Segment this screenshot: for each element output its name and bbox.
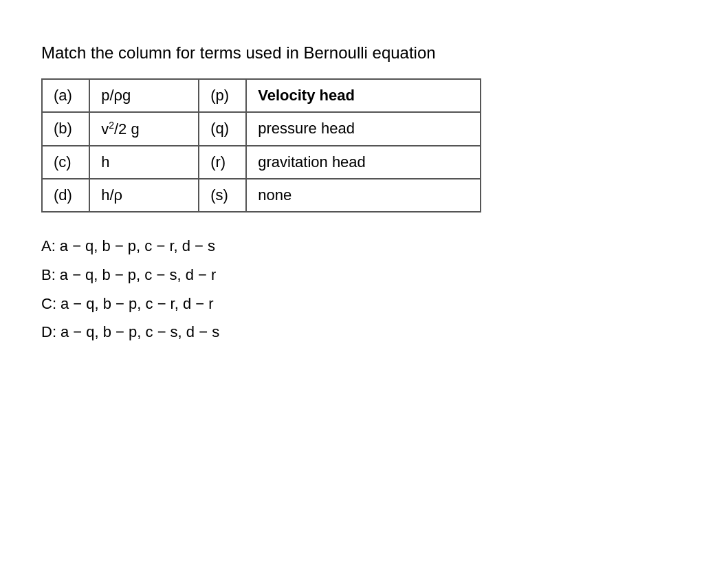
match-table: (a) p/ρg (p) Velocity head (b) v2/2 g (q… bbox=[41, 78, 481, 213]
main-container: Match the column for terms used in Berno… bbox=[41, 41, 481, 347]
table-row: (a) p/ρg (p) Velocity head bbox=[42, 79, 481, 112]
cell-d1: Velocity head bbox=[246, 79, 481, 112]
cell-c1: (p) bbox=[199, 79, 246, 112]
answer-c-text: a − q, b − p, c − r, d − r bbox=[60, 290, 214, 318]
cell-a1: (a) bbox=[42, 79, 89, 112]
answers-section: A: a − q, b − p, c − r, d − s B: a − q, … bbox=[41, 232, 481, 347]
cell-a4: (d) bbox=[42, 179, 89, 212]
cell-a2: (b) bbox=[42, 112, 89, 146]
answer-b-text: a − q, b − p, c − s, d − r bbox=[60, 261, 216, 290]
answer-d-label: D: bbox=[41, 318, 56, 347]
cell-b1: p/ρg bbox=[89, 79, 199, 112]
table-row: (d) h/ρ (s) none bbox=[42, 179, 481, 212]
cell-c2: (q) bbox=[199, 112, 246, 146]
cell-a3: (c) bbox=[42, 146, 89, 179]
cell-d2: pressure head bbox=[246, 112, 481, 146]
cell-c3: (r) bbox=[199, 146, 246, 179]
answer-a-label: A: bbox=[41, 232, 56, 261]
answer-b-label: B: bbox=[41, 261, 56, 290]
cell-b3: h bbox=[89, 146, 199, 179]
table-row: (b) v2/2 g (q) pressure head bbox=[42, 112, 481, 146]
answer-a-text: a − q, b − p, c − r, d − s bbox=[60, 232, 215, 261]
answer-c: C: a − q, b − p, c − r, d − r bbox=[41, 290, 481, 318]
table-row: (c) h (r) gravitation head bbox=[42, 146, 481, 179]
answer-d-text: a − q, b − p, c − s, d − s bbox=[60, 318, 219, 347]
question-text: Match the column for terms used in Berno… bbox=[41, 41, 481, 65]
cell-d4: none bbox=[246, 179, 481, 212]
answer-b: B: a − q, b − p, c − s, d − r bbox=[41, 261, 481, 290]
cell-b2: v2/2 g bbox=[89, 112, 199, 146]
answer-c-label: C: bbox=[41, 290, 56, 318]
cell-d3: gravitation head bbox=[246, 146, 481, 179]
cell-b4: h/ρ bbox=[89, 179, 199, 212]
answer-a: A: a − q, b − p, c − r, d − s bbox=[41, 232, 481, 261]
cell-c4: (s) bbox=[199, 179, 246, 212]
answer-d: D: a − q, b − p, c − s, d − s bbox=[41, 318, 481, 347]
